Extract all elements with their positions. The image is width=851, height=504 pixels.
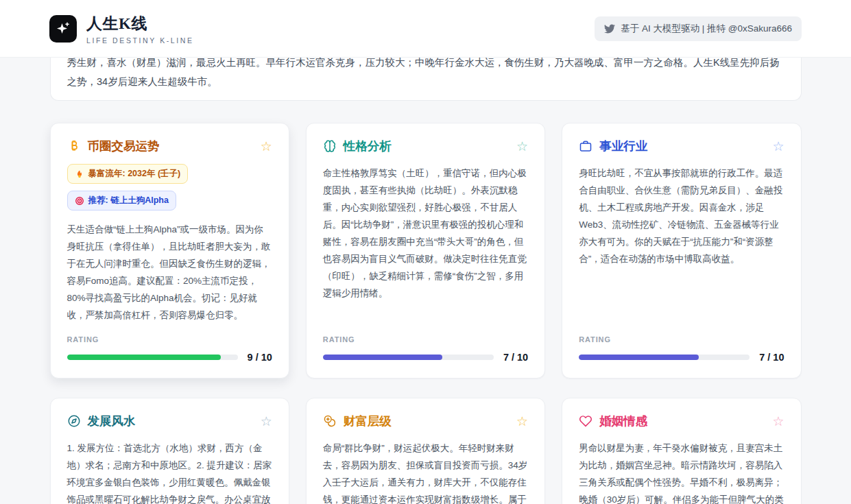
wealth-year-badge: 暴富流年: 2032年 (壬子) — [67, 164, 189, 184]
card-title: 发展风水 — [88, 413, 254, 429]
rating-score: 7 / 10 — [759, 352, 784, 363]
target-icon — [75, 196, 84, 206]
rating-bar-track — [579, 355, 750, 360]
card-crypto-trading: 币圈交易运势 ☆ 暴富流年: 2032年 (壬子) 推荐: 链上土狗Alpha — [50, 123, 289, 379]
favorite-star-button[interactable]: ☆ — [516, 140, 528, 153]
app-title-block: 人生K线 LIFE DESTINY K-LINE — [86, 13, 194, 45]
rating-section: RATING 9 / 10 — [67, 324, 272, 363]
rating-score: 9 / 10 — [248, 352, 272, 363]
rating-bar-track — [323, 355, 494, 360]
heart-icon — [579, 414, 592, 428]
coins-icon — [323, 414, 337, 428]
card-title: 性格分析 — [344, 138, 510, 154]
rating-section: RATING 7 / 10 — [579, 324, 784, 363]
flame-icon — [75, 169, 84, 179]
card-body-text: 身旺比劫旺，不宜从事按部就班的行政工作。最适合自由职业、合伙生意（需防兄弟反目）… — [579, 165, 784, 267]
rating-label: RATING — [323, 335, 528, 344]
favorite-star-button[interactable]: ☆ — [261, 415, 272, 428]
card-body-text: 男命以财星为妻，年干癸水偏财被克，且妻宫未土为比劫，婚姻宫坐忌神。暗示情路坎坷，… — [579, 440, 784, 504]
rating-section: RATING 7 / 10 — [323, 324, 528, 363]
rating-bar-fill — [579, 355, 698, 360]
app-title: 人生K线 — [86, 13, 194, 34]
briefcase-icon — [579, 139, 592, 153]
bitcoin-icon — [67, 139, 81, 153]
rating-score: 7 / 10 — [503, 352, 528, 363]
twitter-badge-label: 基于 AI 大模型驱动 | 推特 @0xSakura666 — [621, 23, 792, 35]
card-body-text: 1. 发展方位：首选北方（水地）求财，西方（金地）求名；忌南方和中原地区。2. … — [67, 440, 272, 504]
card-title: 婚姻情感 — [599, 413, 765, 429]
favorite-star-button[interactable]: ☆ — [772, 140, 784, 153]
recommend-badge-label: 推荐: 链上土狗Alpha — [88, 195, 169, 206]
twitter-icon — [604, 23, 615, 34]
brain-icon — [323, 139, 337, 153]
card-wealth: 财富层级 ☆ 命局“群比争财”，财运起伏极大。年轻时财来财去，容易因为朋友、担保… — [306, 398, 545, 504]
rating-bar-track — [67, 355, 238, 360]
app-logo-group: 人生K线 LIFE DESTINY K-LINE — [49, 13, 194, 45]
rating-label: RATING — [579, 335, 784, 344]
sparkles-icon — [55, 21, 71, 37]
analysis-card-grid: 币圈交易运势 ☆ 暴富流年: 2032年 (壬子) 推荐: 链上土狗Alpha — [50, 123, 802, 504]
recommend-badge: 推荐: 链上土狗Alpha — [67, 191, 176, 211]
app-subtitle: LIFE DESTINY K-LINE — [86, 36, 194, 45]
card-fengshui: 发展风水 ☆ 1. 发展方位：首选北方（水地）求财，西方（金地）求名；忌南方和中… — [50, 398, 289, 504]
app-logo — [49, 15, 77, 43]
twitter-badge[interactable]: 基于 AI 大模型驱动 | 推特 @0xSakura666 — [595, 16, 802, 41]
compass-icon — [67, 414, 81, 428]
wealth-year-badge-label: 暴富流年: 2032年 (壬子) — [88, 168, 181, 180]
card-title: 财富层级 — [344, 413, 510, 429]
rating-bar-fill — [323, 355, 442, 360]
card-body-text: 天生适合做“链上土狗Alpha”或一级市场。因为你身旺抗压（拿得住单），且比劫旺… — [67, 221, 272, 324]
rating-bar-fill — [67, 355, 221, 360]
favorite-star-button[interactable]: ☆ — [516, 415, 528, 428]
app-header: 人生K线 LIFE DESTINY K-LINE 基于 AI 大模型驱动 | 推… — [0, 0, 851, 58]
card-title: 币圈交易运势 — [88, 138, 254, 154]
card-body-text: 命主性格敦厚笃实（土旺），重信守诺，但内心极度固执，甚至有些执拗（比劫旺）。外表… — [323, 165, 528, 302]
destiny-summary-text: 秀生财，喜水（财星）滋润，最忌火土再旺。早年行木运官杀克身，压力较大；中晚年行金… — [67, 58, 784, 91]
card-personality: 性格分析 ☆ 命主性格敦厚笃实（土旺），重信守诺，但内心极度固执，甚至有些执拗（… — [306, 123, 545, 379]
destiny-summary-card: 秀生财，喜水（财星）滋润，最忌火土再旺。早年行木运官杀克身，压力较大；中晚年行金… — [50, 58, 802, 101]
favorite-star-button[interactable]: ☆ — [772, 415, 784, 428]
card-marriage: 婚姻情感 ☆ 男命以财星为妻，年干癸水偏财被克，且妻宫未土为比劫，婚姻宫坐忌神。… — [562, 398, 801, 504]
rating-label: RATING — [67, 335, 272, 344]
card-title: 事业行业 — [599, 138, 765, 154]
favorite-star-button[interactable]: ☆ — [261, 140, 272, 153]
card-body-text: 命局“群比争财”，财运起伏极大。年轻时财来财去，容易因为朋友、担保或盲目投资而亏… — [323, 440, 528, 504]
card-career: 事业行业 ☆ 身旺比劫旺，不宜从事按部就班的行政工作。最适合自由职业、合伙生意（… — [562, 123, 801, 379]
